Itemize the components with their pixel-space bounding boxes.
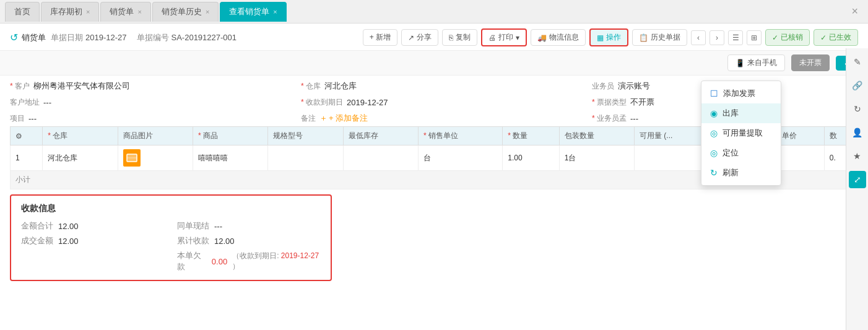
from-phone-btn[interactable]: 📱 来自手机	[727, 54, 785, 71]
warehouse-field: 仓库 河北仓库	[301, 80, 567, 92]
share-button[interactable]: ↗ 分享	[401, 29, 438, 46]
tab-home[interactable]: 首页	[5, 2, 40, 22]
logistics-label: 物流信息	[549, 32, 579, 43]
col-unit-price: 单价	[777, 127, 825, 145]
cumulative-item: 累计收款 12.00	[177, 235, 321, 246]
payment-grid: 金额合计 12.00 同单现结 --- 成交金额 12.00 累计收款 12.0…	[21, 220, 321, 272]
product-thumbnail	[123, 149, 141, 167]
effective-label: 已生效	[829, 32, 851, 43]
cumulative-value: 12.00	[214, 237, 235, 246]
sales-staff-value: ---	[630, 114, 638, 123]
doc-title-text: 销货单	[22, 32, 46, 43]
customer-label: 客户	[10, 81, 30, 92]
payment-box: 收款信息 金额合计 12.00 同单现结 --- 成交金额 12.00 累计收款…	[10, 194, 332, 281]
from-phone-label: 来自手机	[747, 58, 777, 68]
invoice-value: 不开票	[630, 97, 654, 108]
print-arrow: ▾	[516, 33, 519, 42]
history-button[interactable]: 📋 历史单据	[632, 29, 687, 46]
address-value: ---	[43, 98, 51, 107]
sidebar-refresh-icon[interactable]: ↻	[849, 100, 866, 118]
add-note-icon: ＋	[319, 113, 328, 124]
sidebar-star-icon[interactable]: ★	[849, 147, 866, 165]
locate-icon: ◎	[710, 148, 718, 158]
add-invoice-label: 添加发票	[723, 88, 755, 99]
col-min-stock: 最低库存	[343, 127, 418, 145]
doc-meta: 单据日期 2019-12-27 单据编号 SA-20191227-001	[51, 32, 237, 43]
effective-button[interactable]: ✓ 已生效	[814, 29, 858, 46]
new-button[interactable]: + 新增	[363, 29, 397, 46]
out-warehouse-label: 出库	[723, 108, 739, 119]
project-label: 项目	[10, 113, 25, 124]
refresh-icon: ↻	[710, 168, 718, 178]
out-warehouse-icon: ◉	[710, 108, 718, 118]
not-opened-label: 未开票	[799, 58, 822, 68]
dropdown-add-invoice[interactable]: ☐ 添加发票	[701, 84, 781, 103]
status-bar: 📱 来自手机 未开票 ✓	[0, 51, 868, 76]
dropdown-locate[interactable]: ◎ 定位	[701, 143, 781, 163]
history-label: 历史单据	[651, 32, 680, 43]
deal-value: 12.00	[58, 237, 79, 246]
effective-check: ✓	[820, 33, 827, 42]
window-close[interactable]: ×	[846, 5, 863, 18]
col-product: 商品	[193, 127, 267, 145]
logistics-icon: 🚚	[537, 33, 547, 42]
staff-value: 演示账号	[618, 80, 650, 92]
col-pkg-qty: 包装数量	[559, 127, 634, 145]
dropdown-available-qty[interactable]: ◎ 可用量提取	[701, 123, 781, 143]
row-min-stock	[343, 145, 418, 171]
nav-prev[interactable]: ‹	[691, 30, 706, 45]
row-product: 嘻嘻嘻嘻	[193, 145, 267, 171]
tab-inventory[interactable]: 库存期初 ×	[41, 2, 99, 22]
row-no: 1	[11, 145, 43, 171]
add-note-btn[interactable]: ＋ + 添加备注	[319, 113, 368, 124]
customer-value: 柳州粤港平安气体有限公司	[33, 80, 130, 92]
confirmed-button[interactable]: ✓ 已核销	[765, 29, 810, 46]
not-opened-btn[interactable]: 未开票	[791, 54, 830, 71]
sidebar-expand-icon[interactable]: ⤢	[849, 171, 866, 188]
tab-sales-close[interactable]: ×	[137, 8, 141, 15]
view-list[interactable]: ☰	[728, 30, 743, 45]
view-grid[interactable]: ⊞	[747, 30, 762, 45]
share-icon: ↗	[408, 33, 414, 42]
sidebar-link-icon[interactable]: 🔗	[849, 77, 866, 94]
payment-title: 收款信息	[21, 203, 321, 214]
col-spec: 规格型号	[268, 127, 343, 145]
print-icon: 🖨	[488, 33, 496, 42]
tab-sales-history[interactable]: 销货单历史 ×	[152, 2, 219, 22]
doc-title: ↺ 销货单	[10, 32, 46, 43]
nav-next[interactable]: ›	[710, 30, 724, 45]
confirmed-label: 已核销	[781, 32, 803, 43]
copy-button[interactable]: ⎘ 复制	[442, 29, 477, 46]
add-invoice-icon: ☐	[710, 89, 718, 98]
due-date-value: 2019-12-27	[347, 98, 388, 107]
staff-label: 业务员	[592, 81, 614, 92]
locate-label: 定位	[723, 147, 739, 158]
tab-inventory-close[interactable]: ×	[86, 8, 90, 15]
deal-label: 成交金额	[21, 235, 53, 246]
doc-icon: ↺	[10, 32, 18, 43]
customer-field: 客户 柳州粤港平安气体有限公司	[10, 80, 276, 92]
tab-sales[interactable]: 销货单 ×	[100, 2, 150, 22]
operation-button[interactable]: ▦ 操作	[589, 28, 628, 46]
col-settings[interactable]: ⚙	[11, 127, 43, 145]
print-button[interactable]: 🖨 打印 ▾	[481, 28, 527, 46]
total-value: 12.00	[58, 222, 79, 231]
project-value: ---	[28, 114, 37, 123]
tab-view-sales-close[interactable]: ×	[273, 8, 277, 15]
tab-sales-history-close[interactable]: ×	[206, 8, 209, 15]
tab-view-sales[interactable]: 查看销货单 ×	[220, 2, 286, 22]
number-label: 单据编号	[137, 32, 169, 43]
dropdown-refresh[interactable]: ↻ 刷新	[701, 163, 781, 183]
note-label: 备注	[301, 113, 316, 124]
sidebar-edit-icon[interactable]: ✎	[849, 53, 866, 71]
invoice-label: 票据类型	[592, 97, 627, 108]
dropdown-out-warehouse[interactable]: ◉ 出库	[701, 103, 781, 123]
deal-item: 成交金额 12.00	[21, 235, 165, 246]
tab-sales-history-label: 销货单历史	[162, 6, 202, 17]
row-image	[118, 145, 193, 171]
col-sales-unit: 销售单位	[418, 127, 502, 145]
sidebar-user-icon[interactable]: 👤	[849, 124, 866, 141]
logistics-button[interactable]: 🚚 物流信息	[531, 29, 586, 46]
row-warehouse: 河北仓库	[43, 145, 118, 171]
share-label: 分享	[417, 32, 432, 43]
